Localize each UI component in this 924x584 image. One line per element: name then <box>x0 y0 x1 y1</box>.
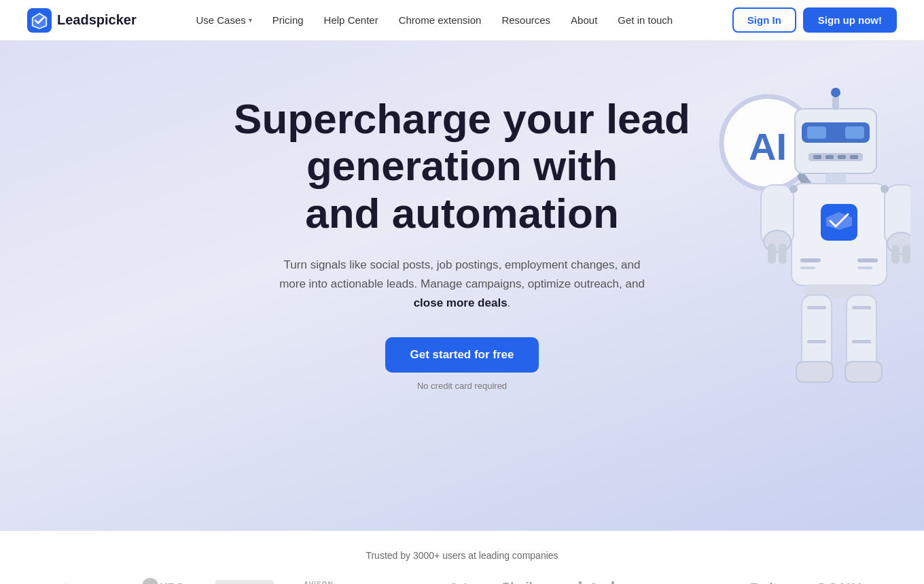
svg-rect-22 <box>857 258 878 262</box>
svg-rect-31 <box>902 245 910 264</box>
svg-rect-14 <box>838 155 846 159</box>
nav-item-chrome-extension[interactable]: Chrome extension <box>391 14 490 27</box>
svg-rect-30 <box>891 245 900 264</box>
logo-groupon: GROUPON <box>645 577 720 584</box>
logo-staci: staci <box>58 578 112 585</box>
svg-text:Bolt: Bolt <box>749 580 778 585</box>
svg-rect-39 <box>807 306 826 309</box>
robot-svg: AI <box>700 54 910 449</box>
svg-text:rk: rk <box>459 581 472 584</box>
nav-item-pricing[interactable]: Pricing <box>264 14 312 27</box>
svg-rect-10 <box>845 126 864 139</box>
svg-text:AVISON: AVISON <box>304 581 334 584</box>
hero-content: Supercharge your lead generation with an… <box>207 95 717 391</box>
robot-illustration: AI <box>700 54 910 449</box>
no-credit-card-label: No credit card required <box>234 381 690 391</box>
nav-actions: Sign In Sign up now! <box>732 7 897 33</box>
nav-item-resources[interactable]: Resources <box>493 14 558 27</box>
hero-section: AI <box>0 41 924 530</box>
nav-links: Use Cases ▾ Pricing Help Center Chrome e… <box>188 10 681 30</box>
leadspicker-logo-icon <box>27 8 52 33</box>
hero-subtitle: Turn signals like social posts, job post… <box>272 256 652 313</box>
logo-liftago: Liftago <box>214 577 275 584</box>
svg-rect-6 <box>832 95 839 110</box>
svg-rect-40 <box>852 306 871 309</box>
svg-rect-42 <box>852 340 871 343</box>
svg-point-32 <box>789 185 798 193</box>
nav-item-about[interactable]: About <box>563 14 605 27</box>
svg-rect-12 <box>813 155 821 159</box>
company-logos-row: staci KBC KBC Liftago AVISON YOUNG <box>27 576 897 584</box>
sign-in-button[interactable]: Sign In <box>732 7 796 33</box>
svg-text:p3: p3 <box>583 581 597 584</box>
svg-rect-13 <box>825 155 834 159</box>
svg-rect-41 <box>807 340 826 343</box>
svg-point-33 <box>881 185 889 193</box>
trusted-label: Trusted by 3000+ users at leading compan… <box>27 550 897 561</box>
logo-cheil: Cheil <box>499 577 550 584</box>
svg-rect-26 <box>768 243 776 264</box>
svg-rect-27 <box>779 243 787 264</box>
svg-rect-56 <box>579 581 582 584</box>
logo-link[interactable]: Leadspicker <box>27 8 137 33</box>
svg-text:SONY: SONY <box>817 580 863 584</box>
svg-text:zenw: zenw <box>406 581 436 584</box>
svg-rect-58 <box>611 581 614 584</box>
svg-rect-9 <box>807 126 826 139</box>
logo-sony: SONY <box>815 577 866 584</box>
svg-point-7 <box>831 88 840 97</box>
logo-p3: p3 <box>578 577 618 584</box>
svg-text:AI: AI <box>749 125 787 168</box>
get-started-button[interactable]: Get started for free <box>385 337 538 373</box>
logo-bolt: Bolt <box>747 577 788 585</box>
sign-up-button[interactable]: Sign up now! <box>803 7 897 33</box>
nav-item-help-center[interactable]: Help Center <box>316 14 387 27</box>
svg-text:KBC: KBC <box>160 581 184 585</box>
hero-title: Supercharge your lead generation with an… <box>234 95 690 237</box>
svg-rect-15 <box>850 155 858 159</box>
nav-item-use-cases[interactable]: Use Cases ▾ <box>188 10 260 30</box>
svg-rect-23 <box>857 267 872 269</box>
svg-rect-21 <box>800 267 815 269</box>
nav-item-get-in-touch[interactable]: Get in touch <box>609 14 681 27</box>
logo-text: Leadspicker <box>57 12 137 28</box>
svg-rect-38 <box>845 362 882 382</box>
logo-avison-young: AVISON YOUNG <box>302 576 377 584</box>
chevron-down-icon: ▾ <box>249 16 252 24</box>
logo-kbc: KBC KBC <box>139 577 187 585</box>
svg-text:Cheil: Cheil <box>501 580 532 584</box>
trusted-section: Trusted by 3000+ users at leading compan… <box>0 530 924 584</box>
navbar: Leadspicker Use Cases ▾ Pricing Help Cen… <box>0 0 924 41</box>
logo-zenwork: zenw rk <box>404 577 472 584</box>
svg-rect-20 <box>800 258 821 262</box>
svg-rect-36 <box>796 362 833 382</box>
